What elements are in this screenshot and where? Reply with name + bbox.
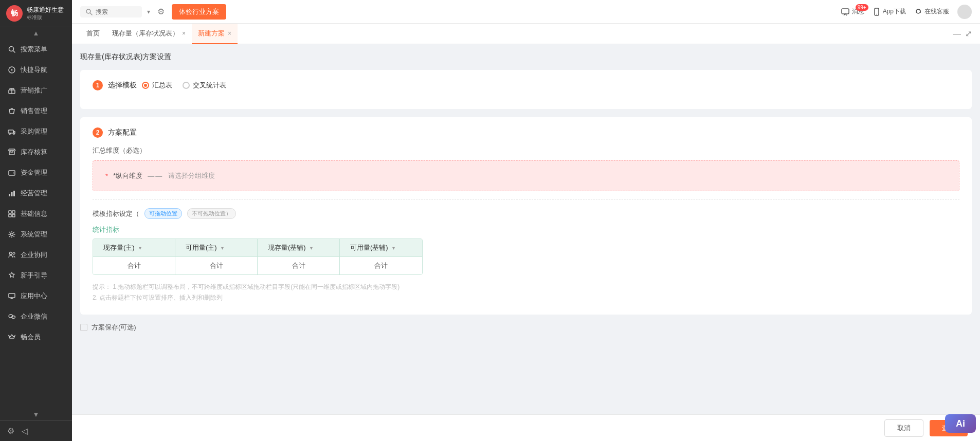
sidebar-item-marketing[interactable]: 营销推广 [0, 80, 72, 101]
radio-cross-label: 交叉统计表 [193, 81, 226, 90]
save-option-label: 方案保存(可选) [92, 323, 136, 332]
tab-home[interactable]: 首页 [80, 24, 106, 44]
dimension-placeholder: 请选择分组维度 [168, 171, 215, 180]
sidebar-item-purchase[interactable]: 采购管理 [0, 121, 72, 142]
svg-point-20 [10, 252, 12, 255]
sidebar-item-navigation[interactable]: 快捷导航 [0, 60, 72, 80]
svg-rect-12 [9, 194, 10, 196]
topbar-search-box[interactable] [80, 6, 142, 17]
sidebar-item-wechat[interactable]: 企业微信 [0, 306, 72, 327]
tab-inventory-label: 现存量（库存状况表） [112, 29, 179, 38]
topbar-dropdown-arrow[interactable]: ▾ [147, 8, 150, 15]
sidebar-item-guide[interactable]: 新手引导 [0, 265, 72, 286]
svg-rect-17 [9, 214, 11, 217]
app-download-label: App下载 [883, 7, 906, 16]
metrics-settings-label: 模板指标设定（ 可拖动位置 不可拖动位置） [93, 208, 959, 219]
sidebar-item-label: 营销推广 [21, 86, 47, 95]
svg-rect-16 [12, 211, 15, 213]
settings-icon [7, 230, 16, 239]
col-3-label: 可用量(基辅) [350, 243, 388, 252]
step1-number: 1 [93, 80, 103, 90]
col-header-3[interactable]: 可用量(基辅) ▾ [340, 239, 422, 256]
tip-2: 2. 点击标题栏下拉可设置排序、插入列和删除列 [93, 293, 959, 302]
sidebar-item-label: 资金管理 [21, 168, 47, 177]
save-checkbox[interactable] [80, 324, 87, 331]
app-name: 畅康通好生意 [27, 6, 64, 14]
maximize-icon[interactable]: ⤢ [965, 29, 972, 39]
tv-icon [7, 291, 16, 301]
col-header-1[interactable]: 可用量(主) ▾ [175, 239, 258, 256]
sidebar-item-label: 系统管理 [21, 230, 47, 239]
ai-badge[interactable]: Ai [945, 414, 976, 433]
sidebar-item-label: 搜索菜单 [21, 45, 47, 54]
page-title: 现存量(库存状况表)方案设置 [80, 52, 972, 62]
minimize-icon[interactable]: — [953, 29, 961, 39]
headset-icon [914, 8, 922, 16]
radio-cross-table[interactable]: 交叉统计表 [183, 81, 226, 90]
trial-industry-button[interactable]: 体验行业方案 [172, 4, 226, 20]
col-header-2[interactable]: 现存量(基辅) ▾ [258, 239, 340, 256]
sidebar-item-sales[interactable]: 销售管理 [0, 101, 72, 121]
sidebar-item-label: 畅会员 [21, 333, 41, 342]
app-download-button[interactable]: App下载 [873, 7, 906, 16]
tab-new-plan-close[interactable]: × [228, 30, 231, 36]
radio-summary-circle [142, 82, 149, 89]
chart-icon [7, 189, 16, 198]
stats-table-row: 合计 合计 合计 合计 [93, 256, 422, 274]
user-avatar[interactable] [957, 5, 972, 19]
scroll-down-arrow[interactable]: ▼ [0, 409, 72, 420]
app-version: 标准版 [27, 14, 64, 21]
sidebar-item-label: 企业协同 [21, 250, 47, 260]
tips-section: 提示： 1.拖动标题栏可以调整布局，不可跨维度或指标区域拖动栏目字段(只能在同一… [93, 283, 959, 302]
svg-point-3 [11, 69, 13, 71]
dimension-box[interactable]: * *纵向维度 —— 请选择分组维度 [93, 160, 959, 191]
sidebar-logo: 畅 畅康通好生意 标准版 [0, 0, 72, 27]
tab-home-label: 首页 [86, 29, 100, 38]
online-service-button[interactable]: 在线客服 [914, 7, 949, 16]
dimension-row-label: *纵向维度 [113, 171, 142, 180]
star-icon [7, 271, 16, 280]
metrics-label-text: 模板指标设定（ [93, 209, 139, 218]
sidebar-item-finance[interactable]: 资金管理 [0, 162, 72, 183]
sidebar-item-label: 企业微信 [21, 312, 47, 321]
svg-rect-15 [9, 211, 11, 213]
sidebar-item-vip[interactable]: 畅会员 [0, 327, 72, 347]
save-option-row: 方案保存(可选) [80, 323, 972, 332]
sidebar-item-enterprise[interactable]: 企业协同 [0, 245, 72, 265]
step1-label: 选择模板 [108, 81, 137, 90]
svg-point-29 [876, 13, 877, 14]
sidebar-nav: 搜索菜单 快捷导航 营销推广 销售管理 采购管理 [0, 39, 72, 409]
col-1-chevron[interactable]: ▾ [221, 245, 224, 251]
sidebar-item-label: 采购管理 [21, 127, 47, 136]
sidebar-item-label: 快捷导航 [21, 65, 47, 75]
sidebar-item-apps[interactable]: 应用中心 [0, 286, 72, 306]
col-2-chevron[interactable]: ▾ [310, 245, 313, 251]
svg-rect-22 [9, 293, 15, 298]
audio-footer-icon[interactable]: ◁ [22, 426, 28, 436]
tab-inventory[interactable]: 现存量（库存状况表） × [106, 24, 192, 44]
sidebar-item-search[interactable]: 搜索菜单 [0, 39, 72, 60]
sidebar-item-operations[interactable]: 经营管理 [0, 183, 72, 204]
col-cell-3: 合计 [340, 257, 422, 274]
message-button[interactable]: 消息 99+ [841, 7, 864, 16]
cancel-button[interactable]: 取消 [884, 419, 923, 437]
scroll-up-arrow[interactable]: ▲ [0, 27, 72, 39]
page-content: 现存量(库存状况表)方案设置 1 选择模板 汇总表 交叉统计表 [72, 44, 980, 414]
svg-point-21 [13, 252, 15, 254]
search-input[interactable] [96, 8, 137, 15]
svg-rect-14 [13, 191, 15, 196]
col-3-chevron[interactable]: ▾ [392, 245, 395, 251]
logo-icon: 畅 [6, 5, 23, 22]
col-0-chevron[interactable]: ▾ [139, 245, 141, 251]
tab-inventory-close[interactable]: × [182, 30, 186, 36]
topbar-settings-icon[interactable]: ⚙ [157, 7, 165, 16]
sidebar-footer: ⚙ ◁ [0, 420, 72, 441]
sidebar-item-inventory[interactable]: 库存核算 [0, 142, 72, 162]
sidebar-item-basics[interactable]: 基础信息 [0, 204, 72, 224]
sidebar-item-system[interactable]: 系统管理 [0, 224, 72, 245]
tab-new-plan[interactable]: 新建方案 × [192, 24, 238, 44]
radio-summary-table[interactable]: 汇总表 [142, 81, 172, 90]
settings-footer-icon[interactable]: ⚙ [7, 426, 14, 436]
col-header-0[interactable]: 现存量(主) ▾ [93, 239, 175, 256]
shopping-bag-icon [7, 106, 16, 116]
